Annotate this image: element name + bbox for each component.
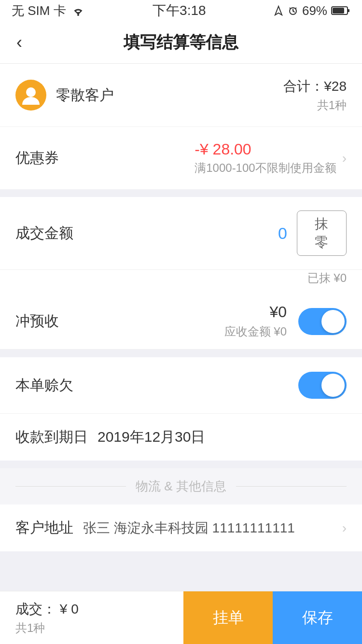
page-title: 填写结算等信息	[124, 31, 238, 54]
round-off-button[interactable]: 抹零	[297, 210, 347, 256]
back-button[interactable]: ‹	[12, 28, 27, 57]
total-amount: 合计：¥28	[283, 77, 347, 96]
customer-card: 零散客户 合计：¥28 共1种 优惠券 -¥ 28.00 满1000-100不限…	[0, 64, 362, 189]
avatar	[15, 80, 46, 111]
status-time: 下午3:18	[153, 1, 206, 20]
save-button[interactable]: 保存	[273, 591, 362, 644]
due-date-label: 收款到期日	[15, 427, 88, 447]
svg-rect-4	[333, 8, 344, 14]
prepay-toggle[interactable]	[298, 308, 347, 335]
arrears-toggle[interactable]	[298, 372, 347, 399]
prepay-amount: ¥0	[269, 303, 287, 321]
summary-count: 共1种	[15, 620, 168, 636]
prepay-amounts: ¥0 应收金额 ¥0	[224, 303, 287, 339]
prepay-row: 冲预收 ¥0 应收金额 ¥0	[0, 294, 362, 350]
avatar-icon	[19, 84, 42, 107]
svg-point-0	[77, 14, 79, 16]
arrears-toggle-thumb	[321, 374, 345, 397]
sim-status: 无 SIM 卡	[12, 2, 66, 19]
arrears-section: 本单赊欠 收款到期日 2019年12月30日	[0, 357, 362, 461]
customer-name: 零散客户	[56, 85, 114, 105]
address-label: 客户地址	[15, 518, 73, 538]
deal-amount-row: 成交金额 抹零	[0, 197, 362, 270]
total-count: 共1种	[283, 98, 347, 113]
alarm-icon	[288, 5, 298, 16]
coupon-row[interactable]: 优惠券 -¥ 28.00 满1000-100不限制使用金额 ›	[0, 126, 362, 189]
arrears-label: 本单赊欠	[15, 376, 73, 395]
deal-amount-sub: 已抹 ¥0	[307, 271, 347, 284]
coupon-info: -¥ 28.00 满1000-100不限制使用金额	[195, 140, 336, 176]
content: 零散客户 合计：¥28 共1种 优惠券 -¥ 28.00 满1000-100不限…	[0, 64, 362, 617]
address-row[interactable]: 客户地址 张三 海淀永丰科技园 11111111111 ›	[0, 504, 362, 551]
divider-line-left	[15, 486, 126, 487]
wifi-icon	[71, 5, 85, 16]
status-right: 69%	[273, 3, 350, 18]
hold-button[interactable]: 挂单	[183, 591, 273, 644]
deal-amount-label: 成交金额	[15, 224, 93, 243]
location-icon	[273, 5, 284, 16]
coupon-desc: 满1000-100不限制使用金额	[195, 160, 336, 176]
due-date-row: 收款到期日 2019年12月30日	[0, 413, 362, 461]
logistics-section: 物流 & 其他信息 客户地址 张三 海淀永丰科技园 11111111111 ›	[0, 468, 362, 551]
coupon-amount: -¥ 28.00	[195, 140, 336, 158]
customer-row: 零散客户 合计：¥28 共1种	[0, 64, 362, 126]
customer-left: 零散客户	[15, 80, 114, 111]
svg-point-5	[26, 87, 36, 97]
deal-amount-input[interactable]	[93, 224, 287, 243]
summary-deal-label: 成交：	[15, 602, 56, 616]
prepay-right: ¥0 应收金额 ¥0	[224, 303, 347, 339]
coupon-label: 优惠券	[15, 148, 59, 168]
summary-deal: 成交： ¥ 0	[15, 600, 168, 618]
coupon-right: -¥ 28.00 满1000-100不限制使用金额 ›	[195, 140, 347, 176]
nav-bar: ‹ 填写结算等信息	[0, 21, 362, 64]
prepay-sub: 应收金额 ¥0	[224, 324, 287, 339]
arrears-row: 本单赊欠	[0, 357, 362, 413]
divider-line-right	[236, 486, 347, 487]
address-chevron: ›	[342, 520, 347, 536]
prepay-toggle-thumb	[321, 310, 345, 333]
address-value: 张三 海淀永丰科技园 11111111111	[83, 519, 342, 537]
battery-icon	[331, 5, 350, 16]
bottom-bar: 成交： ¥ 0 共1种 挂单 保存	[0, 591, 362, 644]
summary-deal-amount: ¥ 0	[60, 602, 79, 616]
prepay-label: 冲预收	[15, 311, 93, 331]
status-bar: 无 SIM 卡 下午3:18 69%	[0, 0, 362, 21]
due-date-value: 2019年12月30日	[97, 427, 205, 447]
battery-percent: 69%	[302, 3, 327, 18]
coupon-chevron: ›	[342, 151, 347, 166]
svg-rect-3	[348, 9, 349, 12]
deal-amount-right: 抹零	[93, 210, 347, 256]
logistics-divider: 物流 & 其他信息	[0, 468, 362, 504]
deal-amount-sub-row: 已抹 ¥0	[0, 270, 362, 294]
deal-section: 成交金额 抹零 已抹 ¥0 冲预收 ¥0 应收金额 ¥0	[0, 197, 362, 350]
bottom-summary: 成交： ¥ 0 共1种	[0, 591, 183, 644]
customer-total: 合计：¥28 共1种	[283, 77, 347, 113]
status-left: 无 SIM 卡	[12, 2, 85, 19]
logistics-label: 物流 & 其他信息	[136, 478, 226, 495]
